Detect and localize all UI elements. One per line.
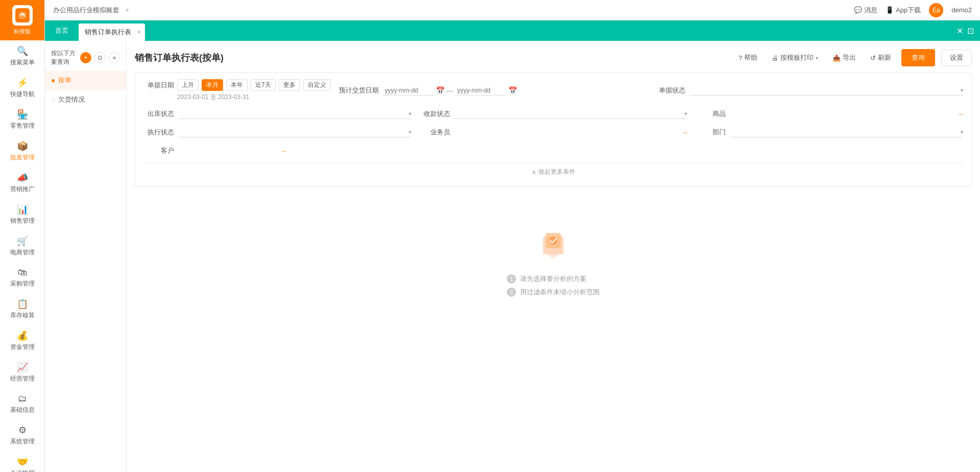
template-print-label: 按模板打印 — [780, 53, 814, 62]
sidebar-logo: 畅 标搜版 — [0, 0, 44, 40]
out-status-select[interactable]: ▾ — [178, 109, 411, 119]
sidebar-item-ecommerce[interactable]: 🛒 电商管理 — [0, 230, 44, 262]
export-label: 导出 — [843, 53, 856, 62]
sidebar-item-marketing-label: 营销推广 — [10, 185, 35, 194]
sidebar-item-enterprise[interactable]: 🤝 企业协同 — [0, 451, 44, 472]
field-payment-status: 收款状态 ▾ — [420, 109, 688, 119]
tab-bar: 首页 销售订单执行表 × ✕ ⊡ — [45, 20, 980, 41]
help-btn[interactable]: ? 帮助 — [734, 51, 762, 64]
field-product: 商品 ··· — [695, 108, 963, 120]
sidebar-item-basic-label: 基础信息 — [10, 406, 35, 414]
settings-scheme-btn[interactable]: ⊙ — [94, 52, 106, 63]
date-range-separator: — — [447, 87, 453, 95]
salesperson-dots-btn[interactable]: ··· — [683, 128, 688, 136]
sidebar-item-operation[interactable]: 📈 经营管理 — [0, 357, 44, 388]
field-salesperson: 业务员 ··· — [420, 126, 688, 138]
sidebar-item-sales[interactable]: 📊 销售管理 — [0, 199, 44, 230]
settings-btn[interactable]: 设置 — [941, 50, 972, 66]
sidebar-item-system[interactable]: ⚙ 系统管理 — [0, 419, 44, 451]
expected-date-label: 预计交货日期 — [339, 86, 379, 95]
sidebar-item-retail[interactable]: 🏪 零售管理 — [0, 104, 44, 135]
date-btn-7days[interactable]: 近7天 — [251, 79, 276, 91]
customer-dots-btn[interactable]: ··· — [282, 147, 286, 155]
collapse-bar[interactable]: ∧ 收起更多条件 — [143, 163, 963, 180]
product-select[interactable]: ··· — [730, 108, 963, 120]
sidebar-item-basic[interactable]: 🗂 基础信息 — [0, 388, 44, 419]
user-avatar[interactable]: Ea — [929, 3, 943, 17]
date-range-inputs: 📅 — 📅 — [383, 86, 517, 96]
out-status-arrow: ▾ — [409, 111, 411, 116]
expected-date-end[interactable] — [455, 86, 506, 96]
payment-status-select[interactable]: ▾ — [454, 109, 688, 119]
field-expected-date: 预计交货日期 📅 — 📅 — [339, 86, 647, 96]
sidebar-item-shortcut[interactable]: ⚡ 快捷导航 — [0, 72, 44, 104]
department-label: 部门 — [695, 128, 726, 137]
tab-close-btn[interactable]: × — [135, 29, 143, 36]
collapse-panel-btn[interactable]: « — [109, 52, 120, 63]
app-download-label: App下载 — [896, 6, 921, 15]
help-icon: ? — [739, 54, 742, 62]
sidebar-item-wholesale[interactable]: 📦 批发管理 — [0, 135, 44, 167]
marketing-icon: 📣 — [17, 172, 28, 183]
sidebar-item-marketing[interactable]: 📣 营销推广 — [0, 167, 44, 199]
filter-row-3: 执行状态 ▾ 业务员 ··· 部门 — [143, 126, 963, 138]
sidebar: 畅 标搜版 🔍 搜索菜单 ⚡ 快捷导航 🏪 零售管理 📦 批发管理 📣 营销推广… — [0, 0, 45, 472]
calendar-end-icon[interactable]: 📅 — [508, 86, 517, 95]
doc-status-select[interactable]: ▾ — [690, 85, 963, 96]
payment-status-label: 收款状态 — [420, 109, 450, 119]
product-dots-btn[interactable]: ··· — [959, 110, 963, 118]
nav-item-quehuo[interactable]: ○ 欠货情况 — [45, 90, 126, 109]
tip-2-text: 用过滤条件来缩小分析范围 — [520, 288, 600, 297]
salesperson-select[interactable]: ··· — [454, 126, 688, 138]
date-btn-last-month[interactable]: 上月 — [177, 79, 199, 91]
template-print-btn[interactable]: 🖨 按模板打印 ▾ — [768, 51, 822, 64]
tab-sales-exec[interactable]: 销售订单执行表 × — [79, 22, 145, 41]
date-btn-this-year[interactable]: 本年 — [226, 79, 248, 91]
calendar-start-icon[interactable]: 📅 — [436, 86, 445, 95]
sidebar-item-search[interactable]: 🔍 搜索菜单 — [0, 40, 44, 72]
customer-select[interactable]: ··· — [178, 145, 286, 157]
expected-date-start[interactable] — [383, 86, 434, 96]
sidebar-item-purchase[interactable]: 🛍 采购管理 — [0, 262, 44, 293]
department-select[interactable]: ▾ — [730, 127, 963, 137]
template-print-arrow: ▾ — [816, 55, 818, 61]
nav-item-andan-icon: ● — [51, 76, 55, 84]
sidebar-item-inventory[interactable]: 📋 库存核算 — [0, 293, 44, 325]
filter-header: 按以下方案查询 + ⊙ « — [45, 45, 126, 70]
sidebar-item-finance[interactable]: 💰 资金管理 — [0, 325, 44, 357]
query-btn[interactable]: 查询 — [901, 49, 935, 66]
ecommerce-icon: 🛒 — [17, 235, 28, 247]
sidebar-item-operation-label: 经营管理 — [10, 374, 35, 383]
date-btn-this-month[interactable]: 本月 — [202, 79, 223, 91]
user-name: demo2 — [951, 6, 972, 14]
date-btn-custom[interactable]: 自定义 — [303, 79, 331, 91]
system-icon: ⚙ — [18, 424, 27, 436]
refresh-icon: ↺ — [870, 54, 876, 62]
add-scheme-btn[interactable]: + — [80, 52, 91, 63]
empty-icon — [533, 224, 574, 266]
empty-state: 1 请先选择要分析的方案 2 用过滤条件来缩小分析范围 — [135, 193, 972, 327]
filter-header-icons: + ⊙ « — [80, 52, 120, 63]
tab-bar-actions: ✕ ⊡ — [950, 20, 980, 41]
exec-status-select[interactable]: ▾ — [178, 127, 411, 137]
export-btn[interactable]: 📤 导出 — [828, 51, 860, 64]
avatar-text: Ea — [933, 7, 940, 14]
date-range-text: 2023-03-01 至 2023-03-31 — [143, 93, 249, 102]
message-btn[interactable]: 💬 消息 — [854, 6, 877, 15]
tab-home[interactable]: 首页 — [45, 20, 79, 41]
logo-icon: 畅 — [12, 5, 33, 26]
date-btn-more[interactable]: 更多 — [279, 79, 300, 91]
message-label: 消息 — [864, 6, 877, 15]
content-area: 按以下方案查询 + ⊙ « ● 按单 ○ — [45, 41, 980, 472]
nav-item-andan[interactable]: ● 按单 — [45, 70, 126, 90]
tab-close-all-btn[interactable]: ✕ — [957, 26, 963, 36]
doc-date-label: 单据日期 — [143, 81, 174, 90]
tab-sales-exec-label: 销售订单执行表 — [81, 28, 135, 37]
sidebar-item-wholesale-label: 批发管理 — [10, 153, 35, 162]
search-icon: 🔍 — [17, 45, 28, 57]
tab-expand-btn[interactable]: ⊡ — [967, 26, 974, 36]
refresh-btn[interactable]: ↺ 刷新 — [866, 51, 895, 64]
app-download-btn[interactable]: 📱 App下载 — [886, 6, 921, 15]
empty-tip-1: 1 请先选择要分析的方案 — [507, 274, 600, 284]
empty-tips: 1 请先选择要分析的方案 2 用过滤条件来缩小分析范围 — [507, 274, 600, 297]
